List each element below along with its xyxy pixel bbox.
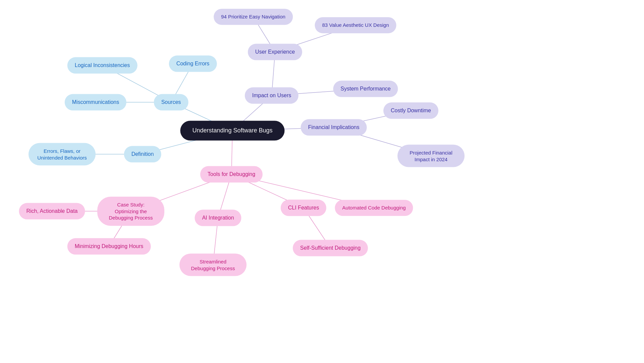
node-streamlined[interactable]: Streamlined Debugging Process [179,254,247,276]
node-sys_perf[interactable]: System Performance [333,81,398,97]
node-errors[interactable]: Errors, Flaws, or Unintended Behaviors [29,143,96,166]
node-coding[interactable]: Coding Errors [169,56,217,72]
node-fin_impl[interactable]: Financial Implications [301,119,367,136]
node-cli[interactable]: CLI Features [281,200,326,216]
node-sources[interactable]: Sources [154,94,189,111]
node-miscomm[interactable]: Miscommunications [65,94,126,111]
node-ux83[interactable]: 83 Value Aesthetic UX Design [315,17,396,33]
connections-svg [0,0,644,363]
node-costly[interactable]: Costly Downtime [383,103,438,119]
node-auto_debug[interactable]: Automated Code Debugging [335,200,413,216]
node-tools[interactable]: Tools for Debugging [200,166,263,183]
node-rich_data[interactable]: Rich, Actionable Data [19,203,85,220]
node-self_suf[interactable]: Self-Sufficient Debugging [293,240,368,256]
node-case_study[interactable]: Case Study: Optimizing the Debugging Pro… [97,197,164,226]
node-user_exp[interactable]: User Experience [248,44,302,60]
node-nav94[interactable]: 94 Prioritize Easy Navigation [214,9,293,25]
node-proj_fin[interactable]: Projected Financial Impact in 2024 [397,145,465,167]
node-impact_users[interactable]: Impact on Users [245,87,299,104]
node-logical[interactable]: Logical Inconsistencies [67,57,138,74]
node-definition[interactable]: Definition [124,146,161,163]
mindmap-container: Understanding Software BugsSourcesLogica… [0,0,644,363]
center-node[interactable]: Understanding Software Bugs [180,121,284,140]
node-min_hours[interactable]: Minimizing Debugging Hours [67,238,151,255]
node-ai_int[interactable]: AI Integration [195,210,241,226]
